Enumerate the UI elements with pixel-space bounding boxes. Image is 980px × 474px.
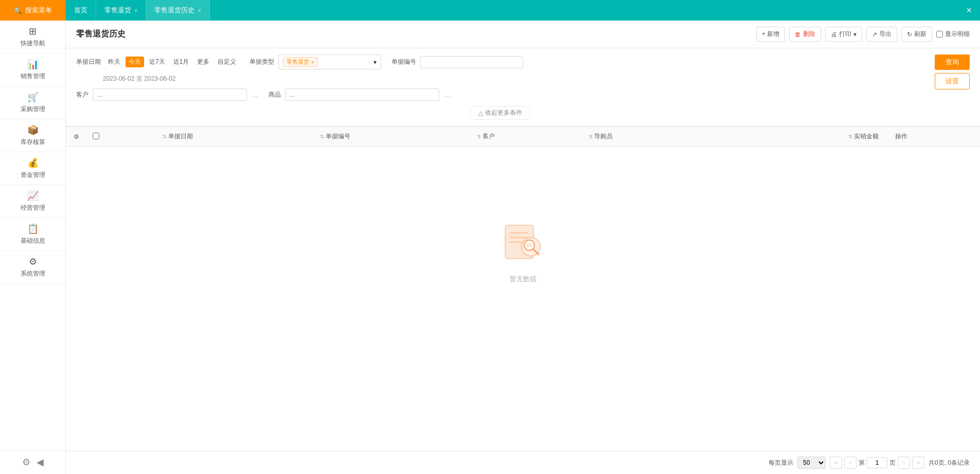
filter-actions: 查询 设置 [935, 54, 970, 89]
sidebar: ⊞ 快捷导航 📊 销售管理 🛒 采购管理 📦 库存核算 💰 资金管理 📈 经营管… [0, 21, 66, 474]
collapse-row: △ 收起更多条件 [76, 106, 924, 120]
voucher-no-input[interactable] [420, 56, 523, 68]
th-settings[interactable]: ⚙ [66, 127, 86, 147]
th-date[interactable]: ⇅ 单据日期 [156, 127, 313, 147]
export-btn[interactable]: ↗ 导出 [866, 27, 897, 42]
th-amount-label: 实销金额 [854, 132, 879, 141]
prev-page-btn[interactable]: ‹ [844, 457, 857, 469]
sidebar-item-quick-nav[interactable]: ⊞ 快捷导航 [0, 21, 65, 53]
customer-ellipsis[interactable]: … [251, 90, 258, 99]
date-btn-today[interactable]: 今天 [126, 57, 144, 67]
system-icon: ⚙ [29, 256, 37, 267]
tab-return-history[interactable]: 零售退货历史 × [146, 0, 209, 21]
display-detail-label: 显示明细 [945, 30, 970, 39]
sidebar-label-inventory: 库存核算 [21, 138, 45, 147]
date-filters: 昨天 今天 近7天 近1月 更多 自定义 [105, 57, 239, 67]
filter-area: 单据日期 昨天 今天 近7天 近1月 更多 自定义 [66, 48, 980, 126]
tab-home[interactable]: 首页 [66, 0, 96, 21]
next-page-btn[interactable]: › [898, 457, 910, 469]
sidebar-label-quick-nav: 快捷导航 [21, 39, 45, 48]
sidebar-settings-icon[interactable]: ⚙ [22, 457, 30, 468]
display-detail-checkbox[interactable] [936, 31, 943, 38]
per-page-select[interactable]: 50 10 20 100 [797, 457, 826, 469]
query-btn[interactable]: 查询 [935, 54, 970, 70]
th-no[interactable]: ⇅ 单据编号 [314, 127, 471, 147]
select-all-checkbox[interactable] [93, 133, 99, 139]
date-btn-yesterday[interactable]: 昨天 [105, 57, 123, 67]
th-amount[interactable]: ⇅ 实销金额 [717, 127, 889, 147]
sidebar-item-finance[interactable]: 💰 资金管理 [0, 152, 65, 185]
tab-return-history-close[interactable]: × [198, 7, 201, 13]
sidebar-menu-icon[interactable]: ◀ [37, 457, 44, 468]
customer-label: 客户 [76, 90, 88, 99]
th-guide-label: 导购员 [594, 132, 613, 141]
sidebar-item-inventory[interactable]: 📦 库存核算 [0, 119, 65, 152]
th-checkbox[interactable] [86, 127, 156, 147]
th-customer-label: 客户 [483, 132, 495, 141]
delete-label: 删除 [803, 30, 815, 39]
voucher-type-tag-remove[interactable]: × [311, 59, 314, 65]
sidebar-item-operation[interactable]: 📈 经营管理 [0, 185, 65, 218]
th-customer[interactable]: ⇅ 客户 [471, 127, 582, 147]
page-nav: « ‹ 第 页 › » [830, 457, 924, 469]
tabs-container: 首页 零售退货 × 零售退货历史 × [66, 0, 966, 21]
tab-return-close[interactable]: × [134, 7, 137, 13]
date-btn-last7[interactable]: 近7天 [146, 57, 168, 67]
new-btn[interactable]: + 新增 [756, 27, 785, 42]
empty-illustration [497, 215, 549, 266]
goods-ellipsis[interactable]: … [443, 90, 451, 99]
sidebar-label-system: 系统管理 [21, 269, 45, 278]
topbar: 🔍 搜索菜单 首页 零售退货 × 零售退货历史 × × [0, 0, 980, 21]
collapse-up-icon: △ [478, 110, 483, 117]
quick-nav-icon: ⊞ [29, 26, 37, 37]
search-label: 搜索菜单 [25, 6, 52, 15]
voucher-type-tag: 零售退货 × [283, 57, 317, 67]
print-btn[interactable]: 🖨 打印 ▾ [825, 27, 862, 42]
voucher-type-select[interactable]: 零售退货 × ▾ [278, 54, 381, 69]
sidebar-bottom: ⚙ ◀ [0, 450, 65, 474]
refresh-btn[interactable]: ↻ 刷新 [901, 27, 932, 42]
th-amount-sort-icon: ⇅ [848, 134, 852, 139]
delete-btn[interactable]: 🗑 删除 [789, 27, 821, 42]
goods-input[interactable] [285, 88, 439, 101]
goods-filter-item: 商品 … [269, 88, 451, 101]
th-guide[interactable]: ⇅ 导购员 [582, 127, 717, 147]
filter-settings-btn[interactable]: 设置 [935, 73, 970, 89]
basic-icon: 📋 [27, 223, 39, 234]
collapse-btn[interactable]: △ 收起更多条件 [470, 106, 531, 120]
page-header: 零售退货历史 + 新增 🗑 删除 🖨 打印 ▾ ↗ 导出 ↻ [66, 21, 980, 48]
sidebar-item-basic[interactable]: 📋 基础信息 [0, 218, 65, 251]
tab-return[interactable]: 零售退货 × [96, 0, 146, 21]
display-detail-toggle[interactable]: 显示明细 [936, 30, 970, 39]
sidebar-item-system[interactable]: ⚙ 系统管理 [0, 251, 65, 284]
page-input[interactable] [867, 457, 887, 468]
operation-icon: 📈 [27, 190, 39, 202]
th-date-label: 单据日期 [168, 132, 193, 141]
first-page-btn[interactable]: « [830, 457, 842, 469]
date-btn-custom[interactable]: 自定义 [215, 57, 239, 67]
sidebar-label-finance: 资金管理 [21, 171, 45, 179]
settings-cog-icon[interactable]: ⚙ [74, 133, 79, 140]
date-btn-more[interactable]: 更多 [194, 57, 212, 67]
customer-input[interactable] [93, 88, 247, 101]
last-page-btn[interactable]: » [912, 457, 924, 469]
voucher-type-dropdown-icon: ▾ [373, 59, 377, 66]
sidebar-item-purchase[interactable]: 🛒 采购管理 [0, 86, 65, 119]
content-area: 零售退货历史 + 新增 🗑 删除 🖨 打印 ▾ ↗ 导出 ↻ [66, 21, 980, 474]
empty-state: 暂无数据 [66, 147, 980, 352]
filter-row-1: 单据日期 昨天 今天 近7天 近1月 更多 自定义 [76, 54, 924, 69]
sidebar-item-sales[interactable]: 📊 销售管理 [0, 53, 65, 86]
window-close-btn[interactable]: × [966, 5, 972, 16]
customer-filter-item: 客户 … [76, 88, 258, 101]
th-date-sort-icon: ⇅ [163, 134, 167, 139]
refresh-icon: ↻ [907, 31, 912, 38]
sidebar-label-basic: 基础信息 [21, 236, 45, 245]
delete-icon: 🗑 [795, 31, 801, 38]
export-label: 导出 [879, 30, 892, 39]
search-menu-btn[interactable]: 🔍 搜索菜单 [0, 0, 66, 21]
tab-return-history-label: 零售退货历史 [154, 6, 194, 15]
page-suffix: 页 [889, 459, 896, 467]
th-no-sort-icon: ⇅ [320, 134, 324, 139]
print-icon: 🖨 [831, 31, 837, 38]
date-btn-last-month[interactable]: 近1月 [170, 57, 192, 67]
